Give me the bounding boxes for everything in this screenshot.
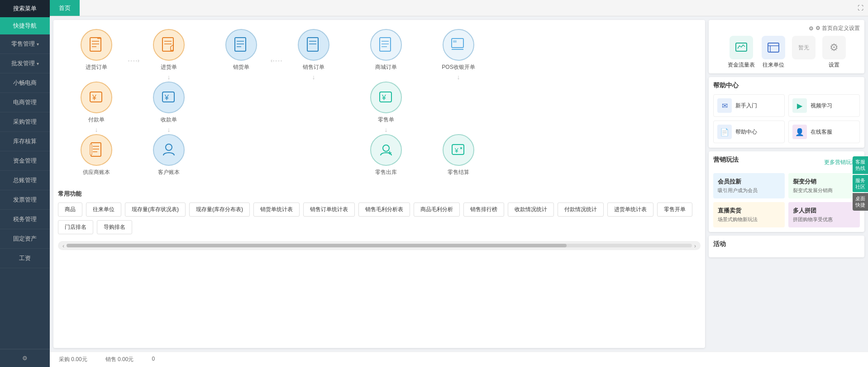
purchase-order-label: 进货订单 <box>86 63 107 71</box>
flow-node-retail-out[interactable]: 零售出库 <box>357 134 415 176</box>
group-desc: 拼团购物享受优惠 <box>793 216 855 223</box>
func-btn-purchase-stat[interactable]: 进货单统计表 <box>607 203 653 217</box>
func-btn-store-rank[interactable]: 门店排名 <box>58 220 93 234</box>
svg-rect-4 <box>162 38 173 51</box>
func-btn-sales-order-stat[interactable]: 销售订单统计表 <box>303 203 355 217</box>
help-item-help[interactable]: 📄 帮助中心 <box>713 121 785 143</box>
sidebar-item-invoice[interactable]: 发票管理 <box>0 190 50 210</box>
func-btn-margin-analysis[interactable]: 销售毛利分析表 <box>358 203 410 217</box>
sidebar-item-salary[interactable]: 工资 <box>0 249 50 268</box>
sidebar-item-ecommerce[interactable]: 电商管理 <box>0 93 50 112</box>
scroll-right-button[interactable]: › <box>692 242 698 249</box>
func-btn-stock1[interactable]: 现存量(库存状况表) <box>125 203 186 217</box>
flow-node-payment[interactable]: ¥ 付款单 <box>67 82 126 124</box>
sidebar-item-tax[interactable]: 税务管理 <box>0 210 50 229</box>
quick-access-panel: ⚙ ⚙ 首页自定义设置 资金流量表 <box>709 20 864 73</box>
sidebar-item-assets[interactable]: 固定资产 <box>0 229 50 249</box>
fullscreen-button[interactable]: ⛶ <box>858 5 863 11</box>
v2-empty-1 <box>212 126 271 133</box>
spacer-1 <box>198 61 212 71</box>
sidebar-item-salary-label: 工资 <box>19 254 31 262</box>
tab-bar: 首页 ⛶ <box>50 0 868 16</box>
flow-node-pos[interactable]: POS收银开单 <box>429 29 488 71</box>
v2-conn-3: ↓ <box>357 126 415 133</box>
sidebar-item-finance[interactable]: 资金管理 <box>0 151 50 171</box>
contacts-label: 往来单位 <box>763 61 784 69</box>
func-btn-product-margin[interactable]: 商品毛利分析 <box>414 203 460 217</box>
sidebar-item-ecommerce-label: 电商管理 <box>13 98 37 106</box>
help-doc-label: 帮助中心 <box>735 128 757 136</box>
func-btn-sales-stat[interactable]: 销货单统计表 <box>253 203 300 217</box>
func-btn-receipt-stat[interactable]: 收款情况统计 <box>508 203 554 217</box>
sidebar-item-inventory[interactable]: 库存核算 <box>0 132 50 151</box>
service-icon: 👤 <box>792 125 807 139</box>
sidebar-item-finance-label: 资金管理 <box>13 157 37 165</box>
float-btn-desktop[interactable]: 桌面快捷 <box>853 193 868 211</box>
sidebar-item-invoice-label: 发票管理 <box>13 196 37 204</box>
tab-home[interactable]: 首页 <box>50 0 80 16</box>
func-btn-sales-rank[interactable]: 销售排行榜 <box>463 203 504 217</box>
flow-node-sales-order[interactable]: 销售订单 <box>284 29 343 71</box>
svg-point-32 <box>166 144 172 150</box>
func-btn-units[interactable]: 往来单位 <box>86 203 121 217</box>
tab-bar-right: ⛶ <box>858 5 868 11</box>
flow-node-purchase[interactable]: 进货单 <box>139 29 198 71</box>
func-btn-retail-order[interactable]: 零售开单 <box>657 203 692 217</box>
flow-node-purchase-order[interactable]: 进货订单 <box>67 29 126 71</box>
stat-purchase: 采购 0.00元 <box>59 356 87 363</box>
func-btn-payment-stat[interactable]: 付款情况统计 <box>558 203 604 217</box>
marketing-item-distribution[interactable]: 裂变分销 裂变式发展分销商 <box>788 173 860 198</box>
marketing-item-group[interactable]: 多人拼团 拼团购物享受优惠 <box>788 202 860 227</box>
flow-node-supplier-ledger[interactable]: 供应商账本 <box>67 134 126 176</box>
flow-node-retail-bill[interactable]: ¥ 零售单 <box>357 82 415 124</box>
help-item-service[interactable]: 👤 在线客服 <box>788 121 860 143</box>
function-grid: 商品 往来单位 现存量(库存状况表) 现存量(库存分布表) 销货单统计表 销售订… <box>58 203 701 234</box>
scroll-area: ‹ › <box>58 241 701 250</box>
flow-node-retail-settle[interactable]: ¥ 零售结算 <box>429 134 488 176</box>
flow-node-receipt[interactable]: ¥ 收款单 <box>139 82 198 124</box>
func-btn-product[interactable]: 商品 <box>58 203 82 217</box>
quick-icon-contacts[interactable]: 往来单位 <box>762 36 785 69</box>
pos-icon <box>443 29 474 61</box>
marketing-item-member[interactable]: 会员拉新 吸引用户成为会员 <box>713 173 785 198</box>
sidebar: 搜索菜单 快捷导航 零售管理 ▾ 批发管理 ▾ 小畅电商 电商管理 采购管理 库… <box>0 0 50 367</box>
main-content: 首页 ⛶ 进货订单 <box>50 0 868 367</box>
common-functions: 常用功能 商品 往来单位 现存量(库存状况表) 现存量(库存分布表) 销货单统计… <box>58 190 701 234</box>
settings-icon: ⚙ <box>809 25 814 32</box>
sidebar-item-purchase[interactable]: 采购管理 <box>0 112 50 132</box>
arrow-1: › <box>126 61 139 71</box>
chevron-down-icon-2: ▾ <box>37 61 39 66</box>
sidebar-gear-button[interactable]: ⚙ <box>0 349 50 367</box>
flow-node-sales[interactable]: 销货单 <box>212 29 271 71</box>
sidebar-item-ecommerce-small[interactable]: 小畅电商 <box>0 73 50 93</box>
v-conn-2: ↓ <box>139 73 198 81</box>
help-item-video[interactable]: ▶ 视频学习 <box>788 94 860 117</box>
marketing-section: 营销玩法 更多营销玩法 › 会员拉新 吸引用户成为会员 裂变分销 裂变式发展分销… <box>709 151 864 232</box>
marketing-item-live[interactable]: 直播卖货 场景式购物新玩法 <box>713 202 785 227</box>
homepage-settings-label[interactable]: ⚙ 首页自定义设置 <box>816 24 860 32</box>
chevron-down-icon: ▾ <box>37 42 39 47</box>
sidebar-search[interactable]: 搜索菜单 <box>0 0 50 17</box>
flow-node-customer-ledger[interactable]: 客户账本 <box>139 134 198 176</box>
help-doc-icon: 📄 <box>717 125 732 139</box>
func-btn-guide-rank[interactable]: 导购排名 <box>97 220 132 234</box>
sales-order-icon <box>298 29 329 61</box>
func-btn-stock2[interactable]: 现存量(库存分布表) <box>189 203 250 217</box>
sidebar-item-wholesale[interactable]: 批发管理 ▾ <box>0 54 50 73</box>
sidebar-item-retail[interactable]: 零售管理 ▾ <box>0 34 50 54</box>
scroll-left-button[interactable]: ‹ <box>60 242 67 249</box>
float-btn-service[interactable]: 客服热线 <box>853 156 868 174</box>
quick-icon-cashflow[interactable]: 资金流量表 <box>728 36 755 69</box>
payment-icon: ¥ <box>81 82 112 113</box>
quick-icon-settings[interactable]: ⚙ 设置 <box>822 36 846 69</box>
member-desc: 吸引用户成为会员 <box>718 187 780 194</box>
v-conn-spacer-2 <box>198 73 212 81</box>
v-conn-spacer-3 <box>271 73 284 81</box>
svg-text:¥: ¥ <box>382 94 386 101</box>
scroll-track[interactable] <box>67 244 692 247</box>
sidebar-item-ledger[interactable]: 总账管理 <box>0 171 50 190</box>
sidebar-item-retail-label: 零售管理 <box>11 40 35 48</box>
help-item-beginner[interactable]: ✉ 新手入门 <box>713 94 785 117</box>
flow-node-mall-order[interactable]: 商城订单 <box>357 29 415 71</box>
float-btn-community[interactable]: 服务社区 <box>853 175 868 193</box>
